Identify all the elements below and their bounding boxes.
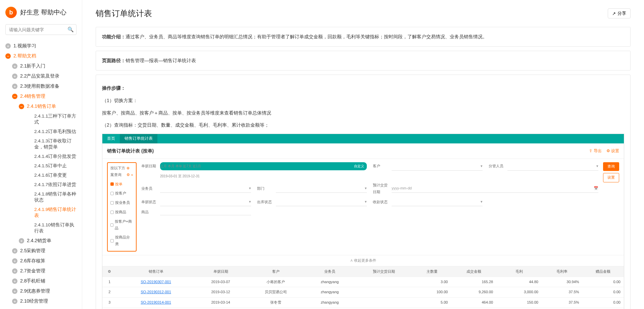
nav-leaf-2419[interactable]: 2.4.1.9销售订单统计表: [26, 205, 77, 220]
nav-leaf-2416[interactable]: 2.4.1.6订单变更: [26, 171, 77, 180]
mock-export: ⇪ 导出: [589, 148, 601, 153]
path-label: 页面路径：: [102, 58, 126, 63]
step1-title: （1）切换方案：: [102, 96, 624, 105]
expand-icon[interactable]: +: [12, 258, 17, 264]
search-input[interactable]: [5, 24, 77, 35]
expand-icon[interactable]: +: [12, 63, 17, 69]
expand-icon[interactable]: +: [19, 238, 24, 244]
nav-2-1[interactable]: +2.1新手入门: [12, 61, 77, 71]
intro-panel: 功能介绍：通过客户、业务员、商品等维度查询销售订单的明细汇总情况；有助于管理者了…: [96, 27, 631, 47]
nav-leaf-2418[interactable]: 2.4.1.8销售订单各种状态: [26, 189, 77, 205]
steps-panel: 操作步骤： （1）切换方案： 按客户、按商品、按客户＋商品、按单、按业务员等维度…: [96, 75, 631, 309]
nav-2-4[interactable]: −2.4销售管理: [12, 91, 77, 101]
mock-table: ⚙销售订单单据日期客户业务员预计交货日期主数量成交金额毛利毛利率赠品金额 1SO…: [102, 266, 624, 309]
nav-leaf-2414[interactable]: 2.4.1.4订单分批发货: [26, 152, 77, 161]
expand-icon[interactable]: +: [12, 299, 17, 304]
page-title: 销售订单统计表: [96, 8, 152, 19]
nav-leaf-2417[interactable]: 2.4.1.7依照订单进货: [26, 180, 77, 189]
brand: b 好生意 帮助中心: [5, 7, 77, 18]
nav-leaf-24110[interactable]: 2.4.1.10销售订单执行表: [26, 220, 77, 236]
nav-leaf-2413[interactable]: 2.4.1.3订单收取订金，销货单: [26, 136, 77, 152]
nav-2-2[interactable]: +2.2产品安装及登录: [12, 71, 77, 81]
path-text: 销售管理—报表—销售订单统计表: [126, 58, 196, 63]
collapse-icon[interactable]: −: [5, 53, 11, 59]
collapse-icon[interactable]: −: [19, 104, 24, 109]
mock-subtitle: 销售订单统计表 (按单): [107, 147, 154, 155]
nav-2-5[interactable]: +2.5采购管理: [12, 246, 77, 256]
collapse-icon[interactable]: −: [12, 94, 17, 99]
sidebar: b 好生意 帮助中心 🔍 +1.视频学习 −2.帮助文档 +2.1新手入门 +2…: [0, 0, 82, 309]
share-icon: ↗: [612, 11, 616, 16]
expand-icon[interactable]: +: [12, 278, 17, 284]
expand-icon[interactable]: +: [12, 289, 17, 294]
expand-icon[interactable]: +: [12, 74, 17, 79]
nav-2-4-1[interactable]: −2.4.1销售订单: [19, 101, 77, 112]
steps-label: 操作步骤：: [102, 85, 126, 91]
mock-scheme-box: 按以下方案查询⊕ ⚙ « 按单按客户按业务员按商品按客户+商品按商品分类: [107, 162, 137, 252]
nav-2-10[interactable]: +2.10经营管理: [12, 296, 77, 306]
expand-icon[interactable]: +: [12, 268, 17, 274]
nav-2-9[interactable]: +2.9优惠券管理: [12, 286, 77, 296]
nav-leaf-2411[interactable]: 2.4.1.1三种下订单方式: [26, 112, 77, 127]
report-screenshot-1: 首页 销售订单统计表 销售订单统计表 (按单) ⇪ 导出⚙ 设置 按以下方案查询…: [102, 134, 624, 309]
nav-tree: +1.视频学习 −2.帮助文档 +2.1新手入门 +2.2产品安装及登录 +2.…: [5, 41, 77, 306]
mock-filter-grid: 单据日期 上月 本月 本年 近7天 近1月 自定义 客户▾ 分管人员▾ 2019…: [141, 162, 598, 252]
nav-helpdoc[interactable]: −2.帮助文档: [5, 51, 77, 61]
step2-text: （2）查询指标：交货日期、数量、成交金额、毛利、毛利率、累计收款金额等；: [102, 121, 624, 130]
brand-title: 好生意 帮助中心: [20, 8, 66, 17]
mock-action-btns: 查询 设置: [603, 162, 619, 252]
expand-icon[interactable]: +: [5, 43, 11, 49]
nav-2-4-2[interactable]: +2.4.2销货单: [19, 236, 77, 246]
mock-tab-home: 首页: [102, 134, 120, 143]
nav-2-3[interactable]: +2.3使用前数据准备: [12, 81, 77, 91]
mock-tab-report: 销售订单统计表: [120, 134, 157, 143]
brand-logo: b: [5, 7, 17, 18]
step1-text: 按客户、按商品、按客户＋商品、按单、按业务员等维度来查看销售订单总体情况: [102, 108, 624, 118]
nav-2-6[interactable]: +2.6库存核算: [12, 256, 77, 266]
nav-video[interactable]: +1.视频学习: [5, 41, 77, 51]
main-content: 销售订单统计表 ↗分享 功能介绍：通过客户、业务员、商品等维度查询销售订单的明细…: [82, 0, 644, 309]
path-panel: 页面路径：销售管理—报表—销售订单统计表: [96, 51, 631, 71]
nav-leaf-2415[interactable]: 2.4.1.5订单中止: [26, 161, 77, 171]
mock-collapse: ∧ 收起更多条件: [102, 255, 624, 266]
nav-leaf-2412[interactable]: 2.4.1.2订单毛利预估: [26, 127, 77, 136]
intro-label: 功能介绍：: [102, 34, 126, 39]
search-icon[interactable]: 🔍: [67, 27, 74, 33]
share-button[interactable]: ↗分享: [608, 8, 631, 18]
expand-icon[interactable]: +: [12, 248, 17, 254]
search-box: 🔍: [5, 24, 77, 35]
nav-2-7[interactable]: +2.7资金管理: [12, 266, 77, 276]
intro-text: 通过客户、业务员、商品等维度查询销售订单的明细汇总情况；有助于管理者了解订单成交…: [126, 34, 487, 39]
expand-icon[interactable]: +: [12, 84, 17, 89]
mock-setting: ⚙ 设置: [606, 148, 619, 153]
nav-2-8[interactable]: +2.8手机旺铺: [12, 276, 77, 286]
